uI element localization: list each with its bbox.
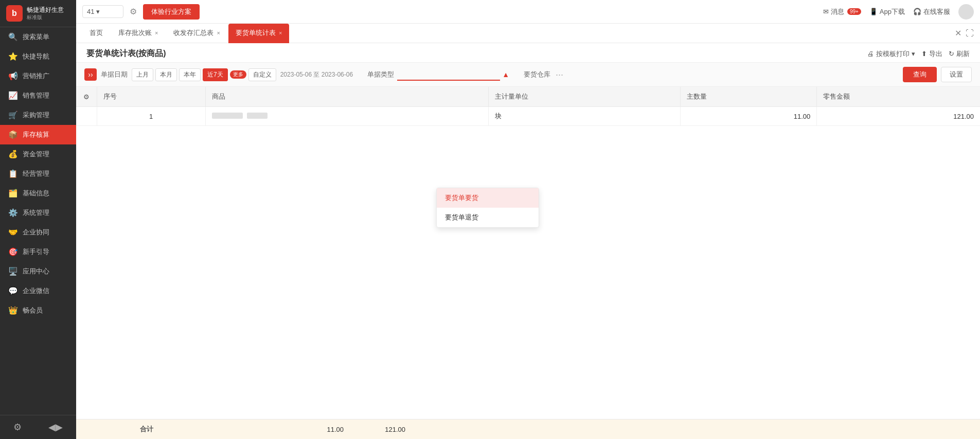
user-avatar[interactable]	[958, 4, 974, 20]
td-index: 1	[97, 107, 205, 126]
tab-label: 库存批次账	[118, 28, 152, 38]
sidebar-item-label: 资金管理	[23, 150, 49, 159]
sidebar-item-label: 库存核算	[23, 130, 49, 139]
filter-type-group: 单据类型 ▲	[367, 69, 509, 81]
sidebar-item-operations[interactable]: 📋 经营管理	[0, 164, 76, 184]
sidebar-item-system[interactable]: ⚙️ 系统管理	[0, 203, 76, 223]
download-icon: 📱	[869, 8, 878, 15]
footer-quantity-value: 11.00	[327, 426, 344, 433]
tab-home[interactable]: 首页	[82, 24, 110, 43]
export-btn[interactable]: ⬆ 导出	[921, 49, 942, 59]
data-table: ⚙ 序号 商品 主计量单位 主数量 零售金额 1	[76, 87, 980, 126]
handshake-icon: 🤝	[7, 228, 19, 237]
box-icon: 📦	[7, 130, 19, 139]
sidebar-item-enterprise[interactable]: 🤝 企业协同	[0, 223, 76, 242]
tab-receive-summary[interactable]: 收发存汇总表 ×	[166, 24, 227, 43]
chart-icon: 📈	[7, 91, 19, 100]
tabbar: 首页 库存批次账 × 收发存汇总表 × 要货单统计表 × ✕ ⛶	[76, 24, 980, 43]
chat-icon: 💬	[7, 286, 19, 296]
sidebar-settings-btn[interactable]: ⚙	[9, 419, 26, 435]
monitor-icon: 🖥️	[7, 267, 19, 276]
topbar-gear-icon[interactable]: ⚙	[128, 5, 139, 19]
sidebar-item-wechat[interactable]: 💬 企业微信	[0, 281, 76, 301]
filter-bar: ›› 单据日期 上月 本月 本年 近7天 更多 自定义 2023-05-06 至…	[76, 62, 980, 87]
content-body: ⚙ 序号 商品 主计量单位 主数量 零售金额 1	[76, 87, 980, 439]
store-value: 41	[87, 8, 94, 15]
query-btn[interactable]: 查询	[903, 67, 937, 82]
sidebar-item-label: 畅会员	[23, 306, 43, 315]
trial-btn[interactable]: 体验行业方案	[143, 4, 200, 20]
th-product: 商品	[205, 87, 488, 107]
crown-icon: 👑	[7, 306, 19, 315]
sidebar-item-label: 营销推广	[23, 71, 49, 81]
export-icon: ⬆	[921, 50, 927, 58]
warehouse-filter-label: 要货仓库	[524, 70, 550, 79]
more-badge[interactable]: 更多	[230, 70, 246, 79]
footer-amount-cell: 121.00	[350, 426, 412, 433]
close-icon[interactable]: ×	[217, 30, 220, 36]
custom-btn[interactable]: 自定义	[248, 68, 276, 81]
messages-btn[interactable]: ✉ 消息 99+	[823, 7, 861, 16]
footer-label-cell: 合计	[134, 425, 237, 434]
dropdown-item-order-return[interactable]: 要货单退货	[437, 208, 539, 227]
td-amount: 121.00	[817, 107, 980, 126]
tab-label: 要货单统计表	[236, 28, 276, 38]
sidebar-item-finance[interactable]: 💰 资金管理	[0, 144, 76, 164]
last-7-days-btn[interactable]: 近7天	[203, 68, 228, 81]
filter-warehouse-group: 要货仓库 ···	[524, 69, 563, 80]
table-container[interactable]: ⚙ 序号 商品 主计量单位 主数量 零售金额 1	[76, 87, 980, 419]
sidebar-item-vip[interactable]: 👑 畅会员	[0, 301, 76, 320]
refresh-icon: ↻	[949, 50, 954, 58]
this-month-btn[interactable]: 本月	[155, 68, 177, 81]
topbar-right: ✉ 消息 99+ 📱 App下载 🎧 在线客服	[823, 4, 974, 20]
sidebar-item-label: 企业微信	[23, 286, 49, 296]
store-selector[interactable]: 41 ▾	[82, 5, 123, 18]
date-filter-label: 单据日期	[101, 70, 128, 79]
tab-inventory-batch[interactable]: 库存批次账 ×	[111, 24, 165, 43]
sidebar-logo: b 畅捷通好生意 标准版	[0, 0, 76, 27]
messages-badge: 99+	[847, 8, 861, 15]
last-month-btn[interactable]: 上月	[132, 68, 153, 81]
close-icon[interactable]: ×	[279, 30, 282, 36]
app-download-btn[interactable]: 📱 App下载	[869, 7, 905, 16]
sidebar-item-label: 应用中心	[23, 267, 49, 276]
sidebar-bottom: ⚙ ◀▶	[0, 415, 76, 439]
td-unit: 块	[488, 107, 680, 126]
this-year-btn[interactable]: 本年	[179, 68, 201, 81]
sidebar-item-inventory[interactable]: 📦 库存核算	[0, 125, 76, 144]
type-dropdown-menu: 要货单要货 要货单退货	[436, 188, 539, 228]
type-filter-input[interactable]	[397, 69, 500, 81]
filter-more-icon[interactable]: ···	[556, 69, 563, 80]
th-amount: 零售金额	[817, 87, 980, 107]
star-icon: ⭐	[7, 52, 19, 61]
sidebar-item-quick-nav[interactable]: ⭐ 快捷导航	[0, 47, 76, 66]
tabbar-actions: ✕ ⛶	[955, 28, 974, 38]
chevron-up-icon[interactable]: ▲	[502, 70, 509, 79]
sidebar-item-search[interactable]: 🔍 搜索菜单	[0, 27, 76, 47]
close-icon[interactable]: ×	[155, 30, 158, 36]
print-btn[interactable]: 🖨 按模板打印 ▾	[867, 49, 915, 59]
expand-icon[interactable]: ⛶	[966, 29, 974, 38]
sidebar-item-basic[interactable]: 🗂️ 基础信息	[0, 184, 76, 203]
sidebar-item-apps[interactable]: 🖥️ 应用中心	[0, 262, 76, 281]
sidebar-item-label: 经营管理	[23, 169, 49, 178]
th-settings[interactable]: ⚙	[76, 87, 97, 107]
sidebar-item-sales[interactable]: 📈 销售管理	[0, 86, 76, 105]
tab-order-stats[interactable]: 要货单统计表 ×	[228, 24, 289, 43]
refresh-btn[interactable]: ↻ 刷新	[949, 49, 970, 59]
sidebar-collapse-btn[interactable]: ◀▶	[44, 419, 67, 435]
filter-expand-btn[interactable]: ››	[84, 68, 97, 81]
sidebar-item-purchase[interactable]: 🛒 采购管理	[0, 105, 76, 125]
sidebar-item-label: 系统管理	[23, 208, 49, 217]
sidebar: b 畅捷通好生意 标准版 🔍 搜索菜单 ⭐ 快捷导航 📢 营销推广 📈 销售管理…	[0, 0, 76, 439]
th-index: 序号	[97, 87, 205, 107]
settings-btn[interactable]: 设置	[941, 67, 972, 82]
cart-icon: 🛒	[7, 111, 19, 120]
service-btn[interactable]: 🎧 在线客服	[913, 7, 950, 16]
sidebar-item-marketing[interactable]: 📢 营销推广	[0, 66, 76, 86]
dropdown-item-order-goods[interactable]: 要货单要货	[437, 188, 539, 208]
sidebar-item-guide[interactable]: 🎯 新手引导	[0, 242, 76, 262]
page-header: 要货单统计表(按商品) 🖨 按模板打印 ▾ ⬆ 导出 ↻ 刷新	[76, 43, 980, 62]
sidebar-item-label: 搜索菜单	[23, 32, 49, 42]
close-window-icon[interactable]: ✕	[955, 28, 961, 38]
